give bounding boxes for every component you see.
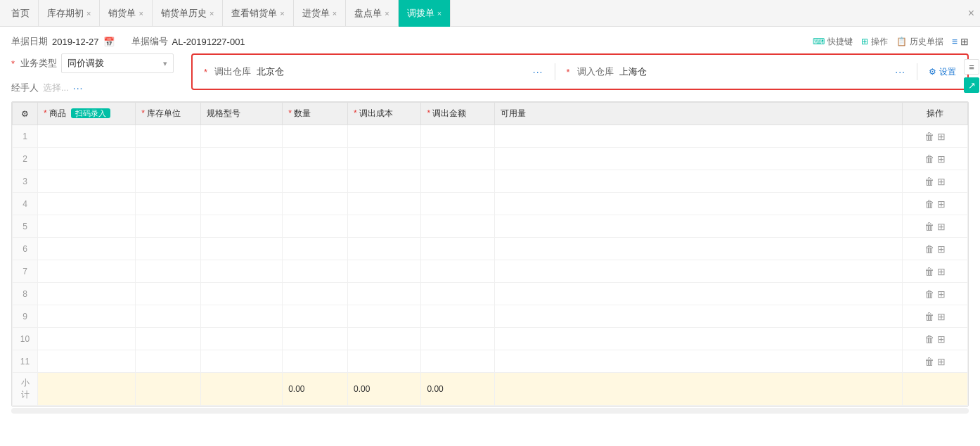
- delete-btn[interactable]: 🗑: [924, 243, 934, 255]
- available-cell[interactable]: [494, 170, 902, 193]
- available-cell[interactable]: [494, 193, 902, 215]
- available-cell[interactable]: [494, 350, 902, 373]
- tab-view-sales-close[interactable]: ×: [280, 9, 284, 18]
- person-more-icon[interactable]: ···: [73, 82, 84, 94]
- spec-cell[interactable]: [201, 238, 283, 260]
- unit-cell[interactable]: [136, 125, 201, 148]
- view-grid-icon[interactable]: ⊞: [960, 36, 969, 47]
- delete-btn[interactable]: 🗑: [924, 198, 934, 210]
- qty-cell[interactable]: [283, 305, 348, 328]
- horizontal-scrollbar[interactable]: [11, 408, 969, 414]
- qty-cell[interactable]: [283, 193, 348, 215]
- history-btn[interactable]: 📋 历史单据: [896, 36, 943, 48]
- qty-cell[interactable]: [283, 260, 348, 283]
- tab-transfer-order-close[interactable]: ×: [437, 9, 441, 18]
- tab-inventory-init[interactable]: 库存期初 ×: [39, 0, 100, 27]
- spec-cell[interactable]: [201, 193, 283, 215]
- panel-export-btn[interactable]: ↗: [964, 77, 979, 93]
- product-cell[interactable]: [38, 305, 136, 328]
- copy-btn[interactable]: ⊞: [937, 153, 946, 165]
- unit-cell[interactable]: [136, 350, 201, 373]
- cost-cell[interactable]: [347, 193, 420, 215]
- spec-cell[interactable]: [201, 215, 283, 238]
- cost-cell[interactable]: [347, 238, 420, 260]
- product-cell[interactable]: [38, 193, 136, 215]
- person-placeholder[interactable]: 选择...: [43, 82, 69, 94]
- cost-cell[interactable]: [347, 305, 420, 328]
- delete-btn[interactable]: 🗑: [924, 356, 934, 367]
- tab-inventory-count[interactable]: 盘点单 ×: [346, 0, 398, 27]
- amount-cell[interactable]: [421, 305, 494, 328]
- amount-cell[interactable]: [421, 283, 494, 305]
- amount-cell[interactable]: [421, 215, 494, 238]
- available-cell[interactable]: [494, 148, 902, 170]
- tab-view-sales[interactable]: 查看销货单 ×: [223, 0, 293, 27]
- unit-cell[interactable]: [136, 305, 201, 328]
- cost-cell[interactable]: [347, 260, 420, 283]
- cost-cell[interactable]: [347, 148, 420, 170]
- copy-btn[interactable]: ⊞: [937, 333, 946, 345]
- warehouse-out-more-icon[interactable]: ···: [533, 66, 543, 77]
- unit-cell[interactable]: [136, 328, 201, 350]
- tab-sales-history-close[interactable]: ×: [209, 9, 214, 18]
- copy-btn[interactable]: ⊞: [937, 356, 946, 367]
- cost-cell[interactable]: [347, 170, 420, 193]
- delete-btn[interactable]: 🗑: [924, 153, 934, 165]
- unit-cell[interactable]: [136, 260, 201, 283]
- cost-cell[interactable]: [347, 350, 420, 373]
- available-cell[interactable]: [494, 238, 902, 260]
- unit-cell[interactable]: [136, 148, 201, 170]
- calendar-icon[interactable]: 📅: [103, 37, 115, 47]
- unit-cell[interactable]: [136, 170, 201, 193]
- copy-btn[interactable]: ⊞: [937, 131, 946, 142]
- cost-cell[interactable]: [347, 283, 420, 305]
- cost-cell[interactable]: [347, 328, 420, 350]
- product-cell[interactable]: [38, 148, 136, 170]
- spec-cell[interactable]: [201, 283, 283, 305]
- copy-btn[interactable]: ⊞: [937, 288, 946, 300]
- window-close-button[interactable]: ×: [968, 7, 974, 20]
- unit-cell[interactable]: [136, 238, 201, 260]
- tab-home[interactable]: 首页: [6, 0, 39, 27]
- spec-cell[interactable]: [201, 125, 283, 148]
- spec-cell[interactable]: [201, 328, 283, 350]
- delete-btn[interactable]: 🗑: [924, 333, 934, 345]
- tab-sales-order-close[interactable]: ×: [138, 9, 143, 18]
- amount-cell[interactable]: [421, 328, 494, 350]
- product-cell[interactable]: [38, 125, 136, 148]
- unit-cell[interactable]: [136, 283, 201, 305]
- amount-cell[interactable]: [421, 260, 494, 283]
- unit-cell[interactable]: [136, 193, 201, 215]
- scan-entry-btn[interactable]: 扫码录入: [71, 108, 110, 118]
- tab-sales-history[interactable]: 销货单历史 ×: [153, 0, 223, 27]
- amount-cell[interactable]: [421, 125, 494, 148]
- tab-purchase-order-close[interactable]: ×: [333, 9, 337, 18]
- product-cell[interactable]: [38, 328, 136, 350]
- available-cell[interactable]: [494, 305, 902, 328]
- tab-purchase-order[interactable]: 进货单 ×: [294, 0, 346, 27]
- copy-btn[interactable]: ⊞: [937, 221, 946, 232]
- product-cell[interactable]: [38, 215, 136, 238]
- spec-cell[interactable]: [201, 148, 283, 170]
- tab-transfer-order[interactable]: 调拨单 ×: [399, 0, 451, 27]
- qty-cell[interactable]: [283, 283, 348, 305]
- available-cell[interactable]: [494, 260, 902, 283]
- unit-cell[interactable]: [136, 215, 201, 238]
- copy-btn[interactable]: ⊞: [937, 198, 946, 210]
- copy-btn[interactable]: ⊞: [937, 243, 946, 255]
- amount-cell[interactable]: [421, 148, 494, 170]
- spec-cell[interactable]: [201, 350, 283, 373]
- delete-btn[interactable]: 🗑: [924, 288, 934, 300]
- warehouse-in-more-icon[interactable]: ···: [895, 66, 905, 77]
- available-cell[interactable]: [494, 283, 902, 305]
- spec-cell[interactable]: [201, 170, 283, 193]
- tab-inventory-init-close[interactable]: ×: [86, 9, 91, 18]
- qty-cell[interactable]: [283, 125, 348, 148]
- delete-btn[interactable]: 🗑: [924, 176, 934, 187]
- tab-sales-order[interactable]: 销货单 ×: [100, 0, 152, 27]
- qty-cell[interactable]: [283, 350, 348, 373]
- qty-cell[interactable]: [283, 328, 348, 350]
- copy-btn[interactable]: ⊞: [937, 311, 946, 322]
- amount-cell[interactable]: [421, 193, 494, 215]
- product-cell[interactable]: [38, 283, 136, 305]
